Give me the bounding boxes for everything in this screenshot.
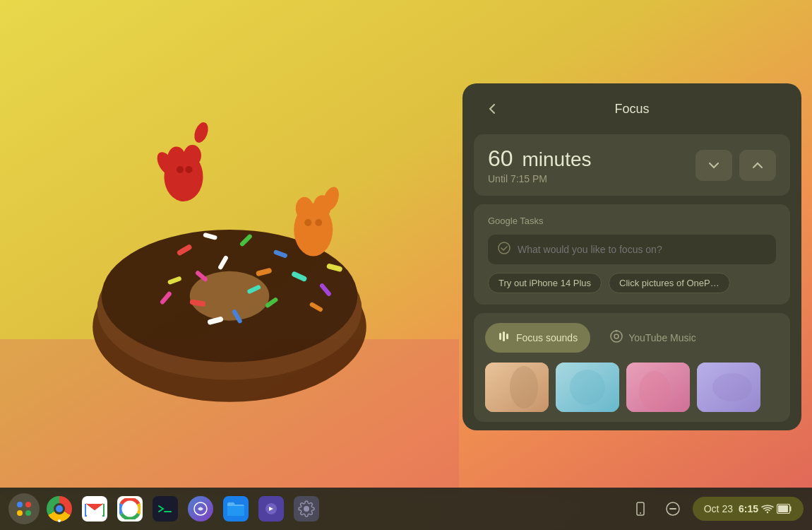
back-button[interactable]: [479, 96, 505, 122]
tasks-label: Google Tasks: [488, 216, 776, 226]
time-unit: minutes: [522, 148, 591, 170]
svg-rect-64: [778, 505, 788, 512]
task-chip-1[interactable]: Try out iPhone 14 Plus: [488, 273, 602, 293]
gmail-app-icon[interactable]: [79, 493, 110, 524]
donut-svg: [53, 35, 406, 459]
svg-point-26: [184, 145, 201, 166]
youtube-music-tab[interactable]: YouTube Music: [597, 323, 708, 353]
svg-point-37: [498, 242, 510, 254]
sound-thumb-1[interactable]: [485, 363, 549, 412]
battery-icon: [777, 504, 792, 514]
photos-app-icon[interactable]: [114, 493, 145, 524]
kite-icon: [188, 496, 213, 522]
donut-illustration: [0, 0, 459, 495]
task-checkbox-icon: [498, 242, 511, 257]
until-time: Until 7:15 PM: [488, 173, 592, 184]
sound-section: Focus sounds YouTube Music: [474, 313, 790, 422]
terminal-icon: [153, 496, 178, 522]
sound-thumbnails: [485, 363, 779, 412]
terminal-app-icon[interactable]: [150, 493, 181, 524]
svg-point-42: [614, 334, 619, 338]
gmail-icon: [82, 496, 107, 522]
task-input-field[interactable]: [518, 244, 766, 255]
focus-sounds-label: Focus sounds: [516, 332, 578, 343]
tasks-section: Google Tasks Try out iPhone 14 Plus Clic…: [474, 204, 790, 305]
sound-tabs: Focus sounds YouTube Music: [485, 323, 779, 353]
time-controls: [695, 150, 776, 181]
do-not-disturb-icon[interactable]: [660, 496, 686, 522]
phone-tray-icon[interactable]: [628, 496, 653, 522]
glue-app-icon[interactable]: [256, 493, 287, 524]
launcher-dot-red: [25, 502, 31, 507]
svg-point-43: [616, 330, 618, 332]
date-time-tray[interactable]: Oct 23 6:15: [693, 497, 804, 521]
svg-point-27: [177, 166, 184, 173]
svg-point-49: [639, 371, 670, 411]
time-number: 60: [488, 146, 513, 171]
svg-point-56: [126, 505, 134, 513]
increase-time-button[interactable]: [739, 150, 776, 181]
taskbar: Oct 23 6:15: [0, 488, 812, 530]
sound-thumb-4[interactable]: [697, 363, 760, 412]
glue-icon: [258, 496, 284, 522]
photos-icon: [117, 496, 143, 522]
svg-point-51: [712, 373, 752, 401]
panel-title: Focus: [614, 102, 649, 117]
task-chips: Try out iPhone 14 Plus Click pictures of…: [488, 273, 776, 293]
svg-point-61: [640, 512, 641, 514]
chrome-inner-circle: [54, 503, 65, 514]
tray-time: 6:15: [739, 503, 758, 514]
panel-header: Focus: [462, 83, 801, 134]
settings-icon: [294, 496, 319, 522]
time-info: 60 minutes Until 7:15 PM: [488, 146, 592, 184]
svg-rect-38: [499, 333, 501, 340]
files-app-icon[interactable]: [220, 493, 251, 524]
focus-sounds-tab[interactable]: Focus sounds: [485, 323, 590, 353]
svg-point-35: [315, 219, 322, 226]
sound-thumb-3[interactable]: [626, 363, 690, 412]
svg-point-34: [304, 219, 311, 226]
svg-rect-40: [506, 334, 508, 339]
launcher-button[interactable]: [8, 493, 40, 524]
svg-point-28: [186, 166, 193, 173]
taskbar-apps: [8, 493, 322, 524]
svg-point-45: [510, 366, 538, 408]
tray-date: Oct 23: [704, 503, 733, 514]
chrome-app-icon[interactable]: [44, 493, 75, 524]
svg-rect-39: [503, 331, 505, 341]
time-section: 60 minutes Until 7:15 PM: [474, 134, 790, 196]
launcher-grid-icon: [17, 502, 31, 516]
chrome-active-dot: [58, 519, 61, 522]
sound-thumb-2[interactable]: [556, 363, 619, 412]
wifi-icon: [761, 502, 774, 515]
task-chip-2[interactable]: Click pictures of OneP…: [609, 273, 730, 293]
kite-app-icon[interactable]: [185, 493, 216, 524]
chrome-icon: [47, 496, 72, 522]
folder-icon: [223, 496, 249, 522]
task-input-wrapper[interactable]: [488, 235, 776, 264]
launcher-dot-blue: [17, 502, 23, 507]
svg-point-41: [611, 331, 622, 342]
time-display: 60 minutes: [488, 146, 592, 172]
svg-point-47: [570, 370, 605, 405]
settings-app-icon[interactable]: [291, 493, 322, 524]
svg-rect-57: [155, 499, 175, 519]
launcher-dot-green: [25, 510, 31, 516]
svg-point-30: [192, 120, 211, 144]
youtube-music-label: YouTube Music: [628, 332, 695, 343]
system-tray: Oct 23 6:15: [628, 496, 804, 522]
svg-point-32: [296, 197, 314, 220]
tray-status-icons: 6:15: [739, 502, 792, 515]
youtube-music-icon: [610, 330, 623, 346]
launcher-dot-yellow: [17, 510, 23, 516]
decrease-time-button[interactable]: [695, 150, 732, 181]
focus-panel: Focus 60 minutes Until 7:15 PM Goo: [462, 83, 801, 430]
focus-sounds-icon: [498, 330, 511, 346]
